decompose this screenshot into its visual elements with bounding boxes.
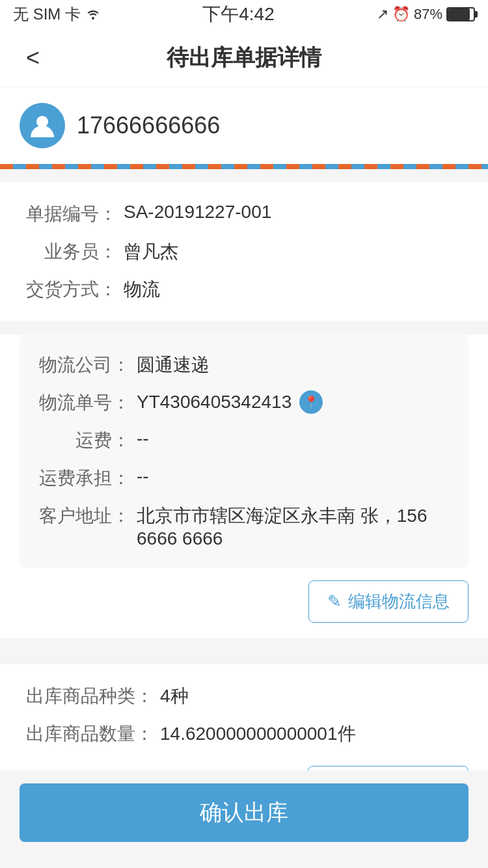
back-button[interactable]: < <box>20 38 46 78</box>
page-title: 待出库单据详情 <box>167 43 321 73</box>
product-type-label: 出库商品种类： <box>26 684 154 709</box>
product-type-row: 出库商品种类： 4种 <box>26 684 462 709</box>
confirm-outbound-button[interactable]: 确认出库 <box>20 783 468 842</box>
tracking-row: 物流单号： YT4306405342413 <box>39 390 449 415</box>
dashed-divider <box>0 164 488 169</box>
summary-section: 出库商品种类： 4种 出库商品数量： 14.620000000000001件 <box>0 664 488 766</box>
logistics-card: 物流公司： 圆通速递 物流单号： YT4306405342413 运费： -- … <box>20 334 468 567</box>
battery-percent: 87% <box>414 6 442 23</box>
address-value: 北京市市辖区海淀区永丰南 张，156 6666 6666 <box>137 504 449 549</box>
status-time: 下午4:42 <box>202 2 275 27</box>
battery-icon <box>446 7 475 21</box>
tracking-label: 物流单号： <box>39 390 130 415</box>
salesperson-value: 曾凡杰 <box>124 239 462 264</box>
logistics-company-row: 物流公司： 圆通速递 <box>39 353 449 377</box>
doc-number-value: SA-20191227-001 <box>124 202 462 223</box>
tracking-number: YT4306405342413 <box>137 392 291 413</box>
tracking-value-row: YT4306405342413 <box>137 390 449 414</box>
delivery-label: 交货方式： <box>26 277 117 302</box>
carrier-label: 无 SIM 卡 <box>13 4 81 25</box>
delivery-row: 交货方式： 物流 <box>26 277 462 302</box>
status-bar: 无 SIM 卡 下午4:42 ↗ ⏰ 87% <box>0 0 488 29</box>
edit-icon: ✎ <box>327 591 342 612</box>
wifi-icon <box>86 9 100 20</box>
customer-header: 17666666666 <box>0 87 488 164</box>
freight-bear-label: 运费承担： <box>39 466 130 491</box>
delivery-value: 物流 <box>124 277 462 302</box>
nav-bar: < 待出库单据详情 <box>0 29 488 87</box>
logistics-company-label: 物流公司： <box>39 353 130 377</box>
location-status-icon: ↗ <box>377 6 388 23</box>
battery-fill <box>448 8 470 20</box>
edit-btn-label: 编辑物流信息 <box>348 590 450 613</box>
freight-value: -- <box>137 428 449 449</box>
freight-row: 运费： -- <box>39 428 449 453</box>
user-icon <box>28 111 57 140</box>
product-qty-row: 出库商品数量： 14.620000000000001件 <box>26 722 462 746</box>
edit-logistics-button[interactable]: ✎ 编辑物流信息 <box>308 580 468 623</box>
confirm-btn-label: 确认出库 <box>200 798 288 828</box>
address-row: 客户地址： 北京市市辖区海淀区永丰南 张，156 6666 6666 <box>39 504 449 549</box>
bottom-area: 确认出库 <box>0 770 488 868</box>
alarm-icon: ⏰ <box>392 6 410 23</box>
salesperson-row: 业务员： 曾凡杰 <box>26 239 462 264</box>
status-left: 无 SIM 卡 <box>13 4 100 25</box>
freight-bear-row: 运费承担： -- <box>39 466 449 491</box>
logistics-company-value: 圆通速递 <box>137 353 449 377</box>
product-type-value: 4种 <box>160 684 462 709</box>
salesperson-label: 业务员： <box>26 239 117 264</box>
product-qty-label: 出库商品数量： <box>26 722 154 746</box>
doc-number-label: 单据编号： <box>26 202 117 226</box>
doc-info-section: 单据编号： SA-20191227-001 业务员： 曾凡杰 交货方式： 物流 <box>0 182 488 321</box>
avatar <box>20 103 65 148</box>
freight-label: 运费： <box>39 428 130 453</box>
edit-btn-area: ✎ 编辑物流信息 <box>0 580 488 638</box>
product-qty-value: 14.620000000000001件 <box>160 722 462 746</box>
customer-phone: 17666666666 <box>77 112 220 139</box>
freight-bear-value: -- <box>137 466 449 487</box>
address-label: 客户地址： <box>39 504 130 528</box>
section-divider <box>0 638 488 651</box>
doc-number-row: 单据编号： SA-20191227-001 <box>26 202 462 226</box>
status-right: ↗ ⏰ 87% <box>377 6 475 23</box>
map-pin-icon[interactable] <box>299 390 323 414</box>
